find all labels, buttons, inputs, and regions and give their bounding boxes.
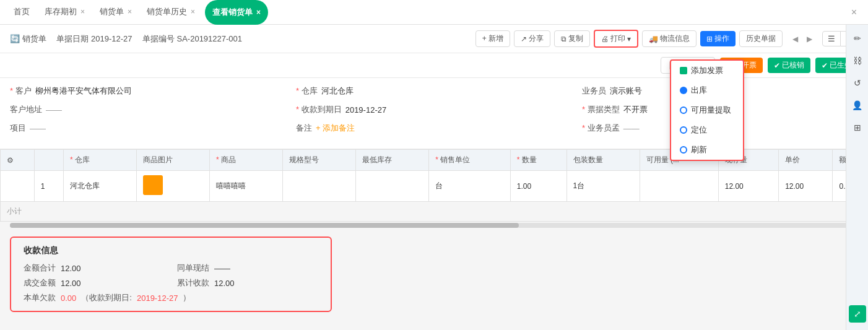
tab-home[interactable]: 首页: [6, 0, 37, 25]
col-product: 商品: [210, 150, 283, 171]
refresh-item[interactable]: 刷新: [671, 140, 743, 160]
doc-type-icon: 🔄: [10, 34, 20, 43]
add-remark-btn[interactable]: + 添加备注: [316, 123, 355, 134]
col-rownum: [34, 150, 63, 171]
add-invoice-icon: [680, 67, 687, 74]
outbound-label: 出库: [691, 85, 707, 96]
cell-sales-unit: 台: [429, 171, 511, 202]
doc-type: 🔄 销货单: [10, 33, 46, 45]
remark-label: 备注: [296, 123, 312, 134]
tab-sales-order[interactable]: 销货单 ×: [92, 0, 139, 25]
tab-sales-history[interactable]: 销货单历史 ×: [139, 0, 202, 25]
number-label-text: 单据编号: [142, 33, 175, 45]
cell-gear: [1, 171, 35, 202]
cell-product-img: [137, 171, 210, 202]
subtotal-row: 小计: [1, 202, 868, 222]
deal-amount-label: 成交金额: [24, 277, 56, 289]
history-label: 历史单据: [746, 33, 776, 44]
effective-icon: ✔: [822, 61, 828, 70]
subtotal-label: 小计: [1, 202, 868, 222]
customer-field: 客户 柳州粤港平安气体有限公司: [10, 85, 286, 97]
cell-min-stock: [356, 171, 429, 202]
tab-bar-right: ×: [846, 7, 862, 18]
tab-check-sales-close[interactable]: ×: [256, 8, 261, 17]
share-label: 分享: [529, 33, 544, 44]
doc-type-label: 销货单: [22, 33, 46, 45]
refresh-label: 刷新: [691, 144, 707, 155]
doc-actions: + 新增 ↗ 分享 ⧉ 复制 🖨 打印 ▾ 🚚 物流信息 ⊞ 操作: [475, 30, 858, 48]
window-close-btn[interactable]: ×: [846, 7, 862, 17]
copy-button[interactable]: ⧉ 复制: [554, 30, 590, 47]
cell-product: 嘻嘻嘻嘻: [210, 171, 283, 202]
right-sidebar: ✏ ⛓ ↺ 👤 ⊞ ⤢: [846, 25, 868, 330]
cell-available: [640, 171, 718, 202]
tab-sales-close[interactable]: ×: [128, 7, 132, 16]
refresh-icon: [680, 146, 687, 154]
nav-arrows: ◀ ▶: [789, 32, 816, 46]
col-pkg-qty: 包装数量: [566, 150, 640, 171]
share-icon: ↗: [521, 35, 527, 43]
cell-current-stock: 12.00: [718, 171, 778, 202]
payment-date-field: 收款到期日 2019-12-27: [296, 104, 572, 115]
new-button[interactable]: + 新增: [475, 30, 510, 47]
history-button[interactable]: 历史单据: [739, 30, 783, 47]
salesperson-label: 业务员孟: [582, 123, 620, 134]
project-value: ——: [30, 124, 46, 133]
tab-inventory-init[interactable]: 库存期初 ×: [37, 0, 92, 25]
app-container: 首页 库存期初 × 销货单 × 销货单历史 × 查看销货单 × × 🔄 销货单: [0, 0, 868, 330]
table-scrollbar[interactable]: [10, 223, 858, 228]
sidebar-link-icon[interactable]: ⛓: [849, 52, 866, 69]
operations-label: 操作: [714, 33, 729, 44]
table-row: 1 河北仓库 嘻嘻嘻嘻 台 1.00 1台 12.00 12.00 0.: [1, 171, 868, 202]
sidebar-expand-icon[interactable]: ⤢: [849, 305, 866, 323]
outbound-item[interactable]: 出库: [671, 80, 743, 100]
locate-label: 定位: [691, 124, 707, 136]
locate-icon: [680, 126, 687, 134]
logistics-button[interactable]: 🚚 物流信息: [642, 30, 697, 47]
logistics-icon: 🚚: [649, 35, 658, 43]
available-pick-item[interactable]: 可用量提取: [671, 100, 743, 120]
same-settlement-label: 同单现结: [177, 263, 209, 274]
customer-addr-label: 客户地址: [10, 104, 42, 115]
sidebar-edit-icon[interactable]: ✏: [849, 30, 866, 47]
ticket-type-label: 票据类型: [582, 104, 620, 115]
project-label: 项目: [10, 123, 26, 134]
summary-same-settlement: 同单现结 ——: [177, 263, 318, 274]
next-arrow[interactable]: ▶: [803, 32, 816, 46]
print-button[interactable]: 🖨 打印 ▾: [594, 30, 638, 48]
print-dropdown-icon: ▾: [627, 35, 631, 43]
available-pick-label: 可用量提取: [691, 105, 731, 116]
doc-number: 单据编号 SA-20191227-001: [142, 33, 243, 45]
add-invoice-item[interactable]: 添加发票: [671, 61, 743, 80]
sidebar-user-icon[interactable]: 👤: [849, 97, 866, 114]
customer-addr-value: ——: [46, 105, 62, 115]
project-field: 项目 ——: [10, 123, 286, 134]
table-scroll-thumb: [10, 223, 519, 228]
outbound-icon: [680, 87, 687, 94]
copy-icon: ⧉: [561, 35, 566, 43]
debt-label: 本单欠款: [24, 292, 56, 303]
copy-label: 复制: [568, 33, 583, 44]
tab-bar: 首页 库存期初 × 销货单 × 销货单历史 × 查看销货单 × ×: [0, 0, 868, 25]
sidebar-table-icon[interactable]: ⊞: [849, 119, 866, 136]
tab-sales-history-close[interactable]: ×: [191, 7, 195, 16]
date-value: 2019-12-27: [91, 34, 132, 43]
share-button[interactable]: ↗ 分享: [514, 30, 550, 47]
col-gear: ⚙: [1, 150, 35, 171]
tab-inventory-close[interactable]: ×: [80, 7, 85, 16]
operations-button[interactable]: ⊞ 操作: [700, 31, 736, 46]
warehouse-field: 仓库 河北仓库: [296, 85, 572, 97]
tab-check-sales[interactable]: 查看销货单 ×: [205, 0, 268, 25]
reviewed-btn[interactable]: ✔ 已核销: [768, 58, 810, 73]
customer-addr-field: 客户地址 ——: [10, 104, 286, 115]
list-view-btn[interactable]: ☰: [822, 31, 841, 46]
deal-amount-value: 12.00: [61, 279, 81, 288]
cell-rownum: 1: [34, 171, 63, 202]
staff-label: 业务员: [582, 85, 606, 97]
summary-debt-row: 本单欠款 0.00 （收款到期日: 2019-12-27 ）: [24, 292, 318, 303]
summary-total-collected: 累计收款 12.00: [177, 277, 318, 289]
prev-arrow[interactable]: ◀: [789, 32, 802, 46]
locate-item[interactable]: 定位: [671, 120, 743, 140]
sidebar-refresh-icon[interactable]: ↺: [849, 74, 866, 92]
number-value: SA-20191227-001: [177, 34, 243, 43]
